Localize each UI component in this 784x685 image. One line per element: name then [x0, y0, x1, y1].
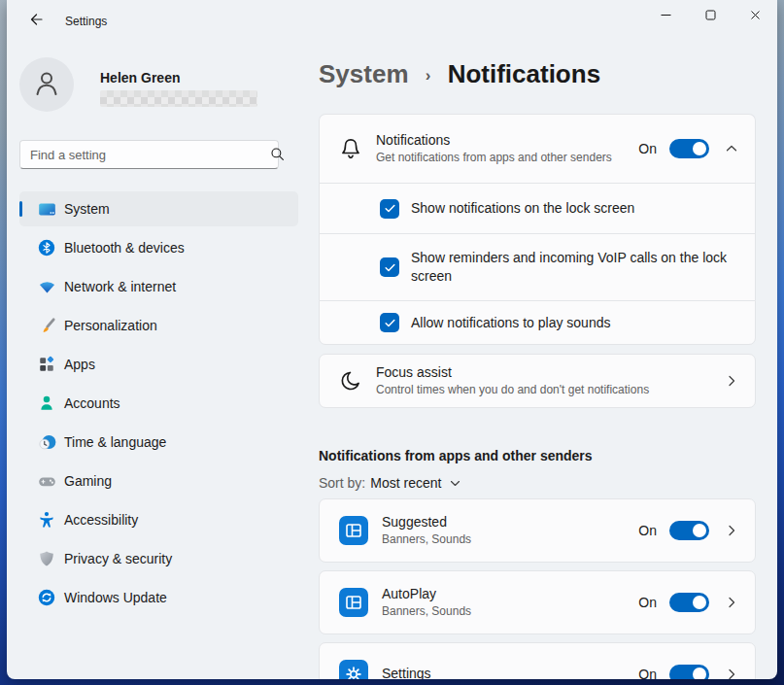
search-input[interactable]: [19, 140, 279, 169]
notifications-expander: Notifications Get notifications from app…: [319, 114, 756, 345]
back-button[interactable]: [20, 6, 51, 37]
checkbox-label: Allow notifications to play sounds: [411, 314, 610, 332]
sort-label: Sort by:: [319, 475, 365, 491]
focus-assist-title: Focus assist: [376, 364, 709, 380]
app-state-label: On: [638, 667, 657, 679]
sidebar-item-network-internet[interactable]: Network & internet: [19, 269, 298, 304]
gamepad-icon: [37, 471, 56, 491]
app-row-settings[interactable]: Settings On: [319, 642, 756, 679]
sidebar-item-time-language[interactable]: Time & language: [19, 425, 298, 460]
reminders-voip-checkbox[interactable]: [380, 257, 399, 277]
minimize-icon: [659, 8, 673, 26]
accessibility-icon: [37, 510, 56, 530]
chevron-right-icon: [724, 595, 739, 610]
sidebar-item-privacy-security[interactable]: Privacy & security: [19, 541, 298, 576]
sidebar-item-label: Windows Update: [64, 590, 167, 605]
lock-screen-notifications-checkbox[interactable]: [380, 199, 399, 219]
sidebar-item-label: Accessibility: [64, 512, 138, 528]
reminders-voip-row: Show reminders and incoming VoIP calls o…: [319, 233, 756, 300]
app-name: Settings: [382, 666, 638, 679]
apps-section-heading: Notifications from apps and other sender…: [319, 448, 756, 463]
focus-assist-row[interactable]: Focus assist Control times when you do a…: [319, 354, 756, 408]
sort-value: Most recent: [370, 475, 441, 491]
settings-toggle[interactable]: [669, 665, 709, 679]
sidebar-nav: System Bluetooth & devices Network & int…: [17, 191, 301, 615]
sidebar-item-bluetooth-devices[interactable]: Bluetooth & devices: [19, 230, 298, 265]
close-button[interactable]: [733, 0, 777, 33]
sort-dropdown[interactable]: Sort by: Most recent: [319, 475, 461, 491]
breadcrumb: System › Notifications: [319, 56, 756, 91]
paintbrush-icon: [37, 316, 56, 335]
play-sounds-checkbox[interactable]: [380, 313, 399, 332]
lock-screen-notifications-row: Show notifications on the lock screen: [319, 183, 756, 233]
play-sounds-row: Allow notifications to play sounds: [319, 300, 756, 345]
focus-assist-subtitle: Control times when you do and don't get …: [376, 382, 709, 397]
app-row-suggested[interactable]: Suggested Banners, Sounds On: [319, 498, 756, 563]
person-icon: [30, 66, 63, 103]
shield-icon: [37, 549, 56, 568]
accounts-icon: [37, 394, 56, 413]
sidebar-item-label: Time & language: [64, 434, 166, 450]
sidebar-item-label: Privacy & security: [64, 551, 172, 566]
moon-icon: [339, 369, 362, 393]
notifications-toggle[interactable]: [669, 139, 709, 158]
app-state-label: On: [638, 523, 657, 538]
sidebar-item-label: Bluetooth & devices: [64, 240, 185, 256]
chevron-up-icon[interactable]: [724, 141, 739, 156]
sidebar-item-label: Network & internet: [64, 279, 176, 294]
page-title: Notifications: [448, 59, 600, 88]
suggested-app-icon: [339, 516, 368, 545]
minimize-button[interactable]: [643, 0, 688, 33]
sidebar-item-gaming[interactable]: Gaming: [19, 463, 298, 498]
profile-email-redacted: [100, 90, 257, 107]
sidebar: Helen Green System: [7, 47, 311, 679]
breadcrumb-separator-icon: ›: [426, 66, 431, 85]
chevron-right-icon: [724, 523, 739, 538]
search-box: [19, 140, 298, 169]
app-detail: Banners, Sounds: [382, 531, 625, 547]
sidebar-item-windows-update[interactable]: Windows Update: [19, 580, 298, 615]
sidebar-item-personalization[interactable]: Personalization: [19, 308, 298, 343]
avatar: [19, 57, 74, 112]
notifications-state-label: On: [638, 141, 657, 156]
breadcrumb-parent[interactable]: System: [319, 59, 409, 88]
autoplay-app-icon: [339, 588, 368, 617]
sidebar-item-label: Personalization: [64, 318, 157, 333]
settings-window: Settings Helen Green: [7, 0, 777, 679]
bell-icon: [339, 137, 362, 160]
window-controls: [643, 0, 777, 33]
maximize-icon: [703, 8, 718, 26]
app-state-label: On: [638, 595, 657, 610]
sidebar-item-accessibility[interactable]: Accessibility: [19, 502, 298, 537]
chevron-down-icon: [449, 477, 461, 490]
chevron-right-icon: [724, 373, 739, 389]
maximize-button[interactable]: [688, 0, 733, 33]
settings-app-icon: [339, 660, 368, 679]
app-name: Suggested: [382, 514, 638, 530]
autoplay-toggle[interactable]: [669, 593, 709, 612]
notifications-title: Notifications: [376, 132, 638, 148]
notifications-header-row[interactable]: Notifications Get notifications from app…: [319, 114, 756, 183]
sidebar-item-label: Gaming: [64, 473, 112, 489]
checkbox-label: Show reminders and incoming VoIP calls o…: [411, 249, 732, 286]
system-icon: [37, 199, 56, 219]
checkbox-label: Show notifications on the lock screen: [411, 199, 634, 218]
sidebar-item-system[interactable]: System: [19, 191, 298, 226]
wifi-icon: [37, 277, 56, 296]
sidebar-item-label: Accounts: [64, 395, 120, 411]
main-content: System › Notifications Notifications Get…: [311, 47, 777, 679]
back-arrow-icon: [28, 12, 44, 31]
titlebar: Settings: [7, 0, 777, 47]
update-icon: [37, 588, 56, 607]
notifications-subtitle: Get notifications from apps and other se…: [376, 150, 619, 165]
sidebar-item-label: System: [64, 201, 110, 217]
apps-icon: [37, 355, 56, 374]
profile-name: Helen Green: [100, 70, 257, 86]
sidebar-item-apps[interactable]: Apps: [19, 347, 298, 382]
user-profile: Helen Green: [19, 57, 301, 112]
app-row-autoplay[interactable]: AutoPlay Banners, Sounds On: [319, 570, 756, 634]
clock-icon: [37, 432, 56, 452]
suggested-toggle[interactable]: [669, 521, 709, 540]
sidebar-item-accounts[interactable]: Accounts: [19, 386, 298, 421]
app-name: AutoPlay: [382, 586, 638, 601]
